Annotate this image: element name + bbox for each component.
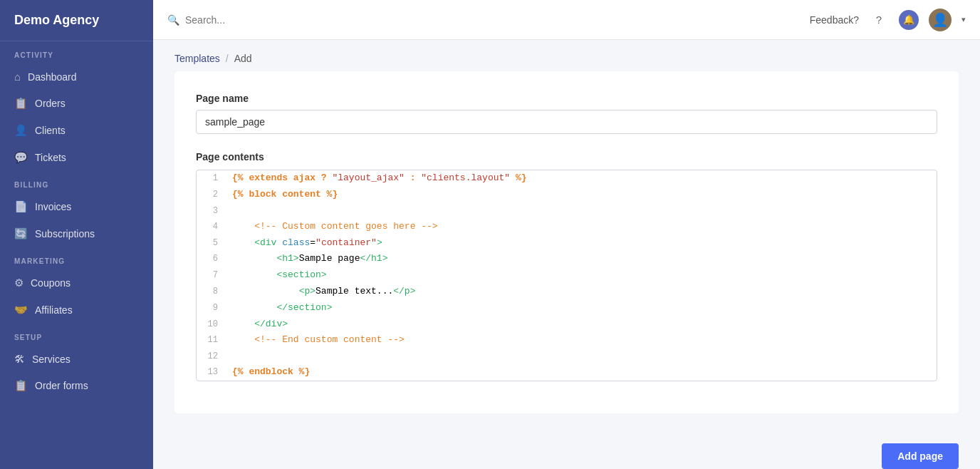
sidebar-item-label-coupons: Coupons <box>31 277 71 289</box>
line-number: 7 <box>197 268 225 282</box>
line-content: <!-- End custom content --> <box>225 333 937 348</box>
line-number: 5 <box>197 236 225 250</box>
sidebar-item-coupons[interactable]: ⚙Coupons <box>0 269 153 297</box>
sidebar-item-affiliates[interactable]: 🤝Affiliates <box>0 297 153 324</box>
tickets-icon: 💬 <box>14 151 28 164</box>
line-number: 4 <box>197 220 225 234</box>
code-line-10: 10 </div> <box>197 316 937 333</box>
breadcrumb-parent[interactable]: Templates <box>174 53 220 64</box>
sidebar: Demo Agency ACTIVITY⌂Dashboard📋Orders👤Cl… <box>0 0 153 469</box>
code-editor[interactable]: 1{% extends ajax ? "layout_ajax" : "clie… <box>196 170 937 381</box>
page-name-label: Page name <box>196 93 937 104</box>
orders-icon: 📋 <box>14 97 28 110</box>
sidebar-item-label-subscriptions: Subscriptions <box>35 228 95 239</box>
sidebar-item-label-orders: Orders <box>35 98 66 109</box>
line-content: <div class="container"> <box>225 236 937 251</box>
feedback-label: Feedback? <box>810 14 859 26</box>
page-name-input[interactable] <box>196 110 937 134</box>
sidebar-item-dashboard[interactable]: ⌂Dashboard <box>0 63 153 90</box>
sidebar-item-label-invoices: Invoices <box>35 201 71 212</box>
line-content: <p>Sample text...</p> <box>225 284 937 299</box>
line-number: 11 <box>197 333 225 347</box>
line-content: </section> <box>225 301 937 316</box>
line-content: {% block content %} <box>225 187 937 202</box>
line-content: {% extends ajax ? "layout_ajax" : "clien… <box>225 171 937 186</box>
invoices-icon: 📄 <box>14 200 28 213</box>
notification-icon[interactable]: 🔔 <box>899 10 919 30</box>
sidebar-item-label-affiliates: Affiliates <box>35 304 73 316</box>
search-input[interactable] <box>185 14 452 26</box>
sidebar-item-label-order-forms: Order forms <box>35 380 88 391</box>
code-line-8: 8 <p>Sample text...</p> <box>197 284 937 300</box>
line-content: <!-- Custom content goes here --> <box>225 220 937 234</box>
code-line-6: 6 <h1>Sample page</h1> <box>197 251 937 267</box>
breadcrumb-separator: / <box>226 53 229 64</box>
sidebar-item-label-clients: Clients <box>35 125 66 136</box>
sidebar-item-label-services: Services <box>32 354 71 365</box>
line-number: 12 <box>197 349 225 364</box>
sidebar-item-clients[interactable]: 👤Clients <box>0 117 153 144</box>
code-line-12: 12 <box>197 349 937 364</box>
affiliates-icon: 🤝 <box>14 304 28 316</box>
code-line-11: 11 <!-- End custom content --> <box>197 332 937 349</box>
search-icon: 🔍 <box>167 14 179 26</box>
sidebar-item-services[interactable]: 🛠Services <box>0 346 153 372</box>
sidebar-section-activity: ACTIVITY <box>0 41 153 63</box>
line-content: <section> <box>225 268 937 283</box>
line-number: 1 <box>197 171 225 185</box>
line-content: <h1>Sample page</h1> <box>225 252 937 267</box>
sidebar-item-invoices[interactable]: 📄Invoices <box>0 193 153 220</box>
topbar: 🔍 Feedback? ? 🔔 👤 ▾ <box>153 0 980 40</box>
brand: Demo Agency <box>0 0 153 41</box>
code-line-9: 9 </section> <box>197 300 937 316</box>
clients-icon: 👤 <box>14 124 28 137</box>
line-number: 6 <box>197 252 225 266</box>
code-line-7: 7 <section> <box>197 267 937 284</box>
sidebar-item-label-tickets: Tickets <box>35 152 66 163</box>
sidebar-item-orders[interactable]: 📋Orders <box>0 90 153 117</box>
content-area: Templates / Add Page name Page contents … <box>153 40 980 469</box>
line-number: 8 <box>197 284 225 299</box>
line-number: 10 <box>197 317 225 331</box>
line-content: {% endblock %} <box>225 365 937 380</box>
add-page-button[interactable]: Add page <box>882 443 959 469</box>
line-number: 13 <box>197 365 225 379</box>
form-card: Page name Page contents 1{% extends ajax… <box>174 71 959 413</box>
code-line-2: 2{% block content %} <box>197 187 937 203</box>
sidebar-item-tickets[interactable]: 💬Tickets <box>0 144 153 171</box>
dashboard-icon: ⌂ <box>14 71 21 83</box>
code-line-13: 13{% endblock %} <box>197 364 937 381</box>
line-number: 9 <box>197 301 225 315</box>
search-container: 🔍 <box>167 14 452 26</box>
subscriptions-icon: 🔄 <box>14 227 28 240</box>
code-line-3: 3 <box>197 203 937 219</box>
page-contents-label: Page contents <box>196 151 937 163</box>
line-content: </div> <box>225 317 937 332</box>
sidebar-section-marketing: MARKETING <box>0 247 153 269</box>
services-icon: 🛠 <box>14 353 25 365</box>
topbar-right: Feedback? ? 🔔 👤 ▾ <box>810 9 966 31</box>
code-line-1: 1{% extends ajax ? "layout_ajax" : "clie… <box>197 170 937 187</box>
breadcrumb-current: Add <box>234 53 252 64</box>
coupons-icon: ⚙ <box>14 277 24 289</box>
code-line-4: 4 <!-- Custom content goes here --> <box>197 219 937 235</box>
main-area: 🔍 Feedback? ? 🔔 👤 ▾ Templates / Add Page… <box>153 0 980 469</box>
sidebar-item-subscriptions[interactable]: 🔄Subscriptions <box>0 220 153 247</box>
line-number: 3 <box>197 204 225 218</box>
order-forms-icon: 📋 <box>14 379 28 392</box>
code-line-5: 5 <div class="container"> <box>197 235 937 252</box>
avatar[interactable]: 👤 <box>929 9 952 31</box>
sidebar-item-label-dashboard: Dashboard <box>28 71 77 83</box>
sidebar-section-billing: BILLING <box>0 171 153 193</box>
sidebar-item-order-forms[interactable]: 📋Order forms <box>0 372 153 399</box>
chevron-down-icon[interactable]: ▾ <box>961 15 966 24</box>
breadcrumb: Templates / Add <box>153 40 980 71</box>
help-icon[interactable]: ? <box>869 10 889 30</box>
sidebar-section-setup: SETUP <box>0 324 153 346</box>
footer-bar: Add page <box>153 435 980 469</box>
line-number: 2 <box>197 187 225 202</box>
